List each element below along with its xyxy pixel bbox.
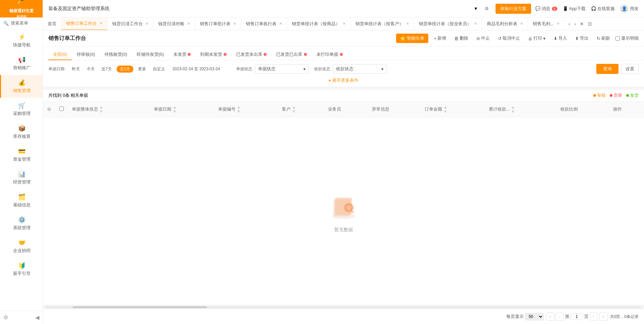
sidebar-item-marketing[interactable]: 📢 营销推广 xyxy=(0,52,43,75)
header-settings-btn[interactable]: ⚙ xyxy=(482,4,491,13)
scrollbar-thumb[interactable] xyxy=(73,306,207,308)
prev-page-btn[interactable]: ‹ xyxy=(556,313,564,321)
tab-sales-more[interactable]: 销售毛利... ✕ xyxy=(528,17,565,30)
tab-sales-workbench[interactable]: 销售订单工作台 ✕ xyxy=(61,17,108,30)
tab-sales-stats-close[interactable]: ✕ xyxy=(233,22,236,26)
user-menu-btn[interactable]: 👤 用友 xyxy=(620,5,639,13)
settings-icon[interactable]: ⚙ xyxy=(3,314,8,321)
sidebar-item-enterprise[interactable]: 🤝 企业协同 xyxy=(0,235,43,258)
industry-solution-btn[interactable]: 体验行业方案 xyxy=(496,4,531,14)
th-settings[interactable]: ⚙ xyxy=(43,102,55,117)
import-btn[interactable]: ⬇ 导入 xyxy=(551,34,570,43)
sub-tab-not-printed[interactable]: 未打印单据 ❺ xyxy=(312,49,348,60)
print-btn[interactable]: 🖨 打印 ▾ xyxy=(525,34,548,43)
column-settings-icon[interactable]: ⚙ xyxy=(47,107,51,112)
sub-tab-shipped-out[interactable]: 已发货已出库 ❺ xyxy=(271,49,312,60)
tab-sales-exec-close[interactable]: ✕ xyxy=(279,22,282,26)
first-page-btn[interactable]: « xyxy=(546,313,554,321)
refresh-btn[interactable]: ↻ 刷新 xyxy=(594,34,613,43)
sidebar-item-system[interactable]: ⚙️ 系统管理 xyxy=(0,212,43,235)
tab-cash-daily-close[interactable]: ✕ xyxy=(145,22,148,26)
sub-tab-expired[interactable]: 到期未发货 ❺ xyxy=(196,49,231,60)
th-checkbox[interactable] xyxy=(55,102,68,117)
tab-sales-summary-customer-close[interactable]: ✕ xyxy=(406,22,409,26)
horizontal-scrollbar[interactable] xyxy=(43,305,644,309)
scrollbar-track[interactable] xyxy=(46,306,641,308)
stop-btn[interactable]: ⊘ 中止 xyxy=(474,34,492,43)
sidebar-item-sales[interactable]: 💰 销售管理 xyxy=(0,75,43,98)
date-opt-today[interactable]: 今天 xyxy=(85,66,97,73)
tab-gross-profit-close[interactable]: ✕ xyxy=(520,22,523,26)
payment-filter-select[interactable]: 收款状态 ▾ xyxy=(333,64,387,74)
th-date-sort[interactable]: 单据日期 ▲▼ xyxy=(154,105,210,114)
collapse-icon[interactable]: ◀ xyxy=(35,314,39,321)
unreviewed-btn[interactable]: 弃审 xyxy=(610,92,622,98)
date-opt-custom[interactable]: 自定义 xyxy=(151,66,167,73)
th-customer-sort[interactable]: 客户 ▲▼ xyxy=(282,105,320,114)
tab-cash-daily[interactable]: 钱货日清工作台 ✕ xyxy=(108,17,154,30)
th-number-sort[interactable]: 单据编号 ▲▼ xyxy=(218,105,274,114)
query-btn[interactable]: 查询 xyxy=(596,64,618,74)
expand-more-btn[interactable]: ▾ 展开更多条件 xyxy=(48,77,639,83)
date-opt-1month[interactable]: 近1月 xyxy=(117,66,134,73)
th-amount-sort[interactable]: 订单金额 ▲▼ xyxy=(425,105,481,114)
sub-tab-pending-inspect[interactable]: 待拣验货(0) xyxy=(100,49,132,60)
sub-tab-all[interactable]: 全部(0) xyxy=(48,49,72,60)
sidebar-item-quick-nav[interactable]: ⚡ 快捷导航 xyxy=(0,29,43,52)
tab-sales-exec[interactable]: 销售订单执行表 ✕ xyxy=(241,17,287,30)
tab-sales-summary-product-close[interactable]: ✕ xyxy=(343,22,346,26)
delete-btn[interactable]: 🗑 删除 xyxy=(452,34,471,43)
sub-tab-not-shipped[interactable]: 未发货 ❺ xyxy=(169,49,196,60)
tab-sales-summary-staff-close[interactable]: ✕ xyxy=(474,22,477,26)
sidebar-item-finance[interactable]: 💳 资金管理 xyxy=(0,144,43,166)
tabs-expand-btn[interactable]: ⊡ xyxy=(587,21,593,27)
show-detail-checkbox[interactable] xyxy=(615,36,620,41)
app-download-btn[interactable]: 📱 App下载 xyxy=(563,6,586,12)
tab-cash-reconcile-close[interactable]: ✕ xyxy=(187,22,190,26)
sidebar-search-btn[interactable]: 🔍 搜索菜单 xyxy=(0,17,43,29)
export-btn[interactable]: ⬆ 导出 xyxy=(572,34,591,43)
tabs-prev-btn[interactable]: ‹ xyxy=(567,21,572,27)
show-detail-checkbox-label[interactable]: 显示明细 xyxy=(615,35,639,41)
th-status-sort[interactable]: 单据整体状态 ▲▼ xyxy=(72,105,146,114)
th-collected-sort[interactable]: 累计收款... ▲▼ xyxy=(489,105,552,114)
tab-gross-profit[interactable]: 商品毛利分析表 ✕ xyxy=(482,17,528,30)
page-number-input[interactable] xyxy=(571,313,583,320)
sub-tab-shipped-not-out[interactable]: 已发货未出库 ❺ xyxy=(231,49,272,60)
tab-home[interactable]: 首页 xyxy=(43,17,61,30)
tab-sales-more-close[interactable]: ✕ xyxy=(557,22,560,26)
cancel-stop-btn[interactable]: ↺ 取消中止 xyxy=(495,34,523,43)
tabs-close-all-btn[interactable]: ✕ xyxy=(578,21,585,27)
tab-sales-workbench-close[interactable]: ✕ xyxy=(99,21,102,26)
review-btn[interactable]: 审核 xyxy=(593,92,606,98)
tab-sales-summary-customer[interactable]: 销货单统计表（按客户） ✕ xyxy=(351,17,414,30)
sidebar-item-inventory[interactable]: 📦 库存核算 xyxy=(0,121,43,144)
add-btn[interactable]: + 新增 xyxy=(431,34,449,43)
settings-btn[interactable]: 设置 xyxy=(621,64,639,74)
sub-tab-wangpu[interactable]: 旺铺待发货(0) xyxy=(132,49,169,60)
next-page-btn[interactable]: › xyxy=(590,313,598,321)
last-page-btn[interactable]: » xyxy=(599,313,607,321)
date-opt-more[interactable]: 更多 xyxy=(136,66,148,73)
smart-create-btn[interactable]: ⭐ 智能生单 xyxy=(396,34,428,43)
date-opt-7days[interactable]: 近7天 xyxy=(99,66,114,73)
tab-sales-summary-product[interactable]: 销货单统计表（按商品） ✕ xyxy=(287,17,351,30)
table-scroll-container[interactable]: ⚙ 单据整体状态 ▲▼ xyxy=(43,102,644,305)
tabs-next-btn[interactable]: › xyxy=(573,21,577,27)
sidebar-item-operations[interactable]: 📊 经营管理 xyxy=(0,166,43,189)
deliver-btn[interactable]: 发货 xyxy=(626,92,639,98)
select-all-checkbox[interactable] xyxy=(59,107,64,111)
sidebar-item-purchase[interactable]: 🛒 采购管理 xyxy=(0,98,43,121)
tab-sales-stats[interactable]: 销售订单统计表 ✕ xyxy=(195,17,241,30)
sidebar-item-guide[interactable]: 🔰 新手引导 xyxy=(0,258,43,281)
logo-sub: 标准版 xyxy=(16,14,27,19)
online-service-btn[interactable]: 🎧 在线客服 xyxy=(591,6,615,12)
status-filter-select[interactable]: 单据状态 ▾ xyxy=(255,64,309,74)
message-btn[interactable]: 💬 消息 6 xyxy=(535,6,557,12)
sidebar-item-basic[interactable]: 🗂️ 基础信息 xyxy=(0,189,43,212)
tab-sales-summary-staff[interactable]: 销货单统计表（按业务员） ✕ xyxy=(414,17,482,30)
date-opt-yesterday[interactable]: 昨天 xyxy=(70,66,82,73)
tab-cash-reconcile[interactable]: 钱货日清对账 ✕ xyxy=(154,17,195,30)
page-size-select[interactable]: 10 20 50 100 xyxy=(525,313,544,320)
sub-tab-pending-review[interactable]: 待审核(0) xyxy=(72,49,100,60)
